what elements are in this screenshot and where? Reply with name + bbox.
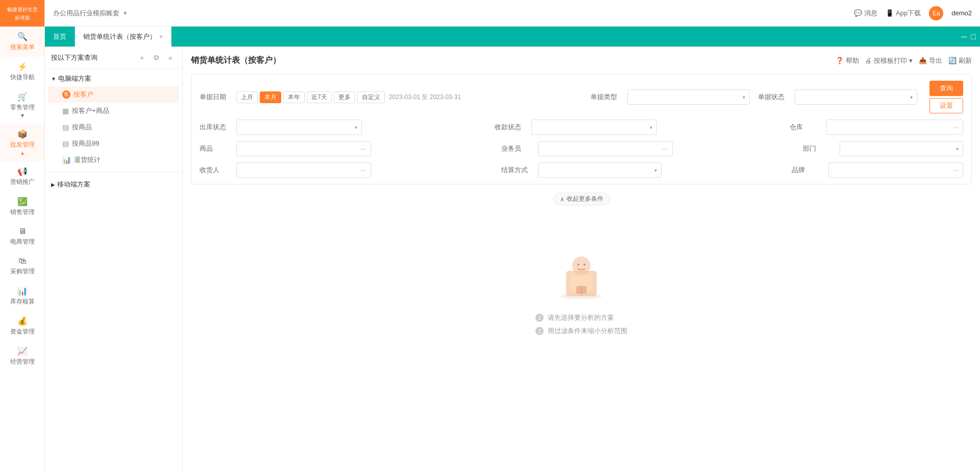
refresh-icon: 🔄 xyxy=(948,57,957,64)
goods-input[interactable]: ··· xyxy=(236,141,371,156)
download-icon: 📱 xyxy=(886,9,894,17)
settlement-label: 结算方式 xyxy=(501,166,530,175)
settings-btn[interactable]: 设置 xyxy=(929,98,963,113)
app-subtitle: 标准版 xyxy=(15,14,30,21)
export-btn[interactable]: 📤 导出 xyxy=(919,56,942,65)
receipt-status-select[interactable]: ▾ xyxy=(531,120,657,135)
sidebar-item-purchase[interactable]: 🛍 采购管理 xyxy=(0,251,44,281)
header-right: 💬 消息 📱 App下载 Ea demo2 xyxy=(854,6,972,20)
tree-parent-desktop[interactable]: ▼ 电脑端方案 xyxy=(45,71,182,86)
left-panel: 按以下方案查询 + ⚙ « ▼ 电脑端方案 客 按客户 ▦ 按客 xyxy=(45,47,183,472)
tree-child-return-stats[interactable]: 📊 退货统计 xyxy=(48,152,179,168)
order-type-arrow: ▾ xyxy=(743,95,745,100)
filter-row-1: 单据日期 上月 本月 本年 近7天 更多 自定义 2023-03-01 至 20… xyxy=(200,81,963,113)
tree-parent-mobile[interactable]: ▶ 移动端方案 xyxy=(45,177,182,192)
salesperson-label: 业务员 xyxy=(501,144,530,153)
by-goods-99-label: 按商品99 xyxy=(72,139,99,148)
sidebar-marketing-label: 营销推广 xyxy=(10,178,35,186)
salesperson-input[interactable]: ··· xyxy=(538,141,673,156)
goods-dots[interactable]: ··· xyxy=(360,145,366,153)
tab-home[interactable]: 首页 xyxy=(45,27,75,47)
sidebar-sales-label: 销售管理 xyxy=(10,208,35,217)
order-status-select[interactable]: ▾ xyxy=(795,89,917,105)
warehouse-input[interactable]: ··· xyxy=(826,120,963,135)
date-btns: 上月 本月 本年 近7天 更多 自定义 2023-03-01 至 2023-03… xyxy=(236,91,461,103)
panel-collapse-btn[interactable]: « xyxy=(165,52,176,63)
tree-child-by-goods-99[interactable]: ▤ 按商品99 xyxy=(48,135,179,152)
wholesale-icon: 📦 xyxy=(17,129,28,139)
top-header: 办公用品行业模拟账套 ▾ 💬 消息 📱 App下载 Ea demo2 xyxy=(45,0,980,27)
sidebar-item-ecommerce[interactable]: 🖥 电商管理 xyxy=(0,222,44,251)
tree-child-by-goods[interactable]: ▤ 按商品 xyxy=(48,119,179,135)
out-status-select[interactable]: ▾ xyxy=(236,120,362,135)
right-content: 销货单统计表（按客户） ❓ 帮助 🖨 按模板打印 ▾ 📤 导出 xyxy=(183,47,980,472)
sidebar-item-sales[interactable]: 💹 销售管理 xyxy=(0,192,44,222)
tab-sales-stats[interactable]: 销货单统计表（按客户） × xyxy=(75,27,172,47)
settlement-select[interactable]: ▾ xyxy=(538,162,662,178)
finance-icon: 💰 xyxy=(17,316,28,326)
date-btn-this-year[interactable]: 本年 xyxy=(283,91,305,103)
sidebar-operation-label: 经营管理 xyxy=(10,358,35,366)
svg-point-6 xyxy=(577,264,579,266)
sidebar-item-inventory[interactable]: 📊 库存核算 xyxy=(0,281,44,311)
sidebar-item-wholesale[interactable]: 📦 批发管理 ▴ xyxy=(0,124,44,161)
sidebar-item-search[interactable]: 🔍 搜索菜单 xyxy=(0,27,44,57)
goods-label: 商品 xyxy=(200,144,228,153)
by-customer-label: 按客户 xyxy=(74,90,93,99)
sidebar-item-retail[interactable]: 🛒 零售管理 ▾ xyxy=(0,87,44,124)
sidebar-item-finance[interactable]: 💰 资金管理 xyxy=(0,311,44,341)
order-status-arrow: ▾ xyxy=(910,95,913,100)
receiver-input[interactable]: ··· xyxy=(236,162,371,178)
user-name: demo2 xyxy=(951,9,972,17)
tree-child-by-customer-goods[interactable]: ▦ 按客户+商品 xyxy=(48,103,179,119)
tree-child-by-customer[interactable]: 客 按客户 xyxy=(48,86,179,103)
tree-divider xyxy=(45,172,182,173)
collapse-btn[interactable]: ∧ 收起更多条件 xyxy=(553,193,610,205)
print-arrow: ▾ xyxy=(909,57,913,64)
filter-area: 单据日期 上月 本月 本年 近7天 更多 自定义 2023-03-01 至 20… xyxy=(191,74,972,184)
page-body: 按以下方案查询 + ⚙ « ▼ 电脑端方案 客 按客户 ▦ 按客 xyxy=(45,47,980,472)
department-label: 部门 xyxy=(803,144,831,153)
order-type-select[interactable]: ▾ xyxy=(627,89,750,105)
date-btn-custom[interactable]: 自定义 xyxy=(357,91,385,103)
sidebar-item-quicknav[interactable]: ⚡ 快捷导航 xyxy=(0,57,44,87)
return-stats-icon: 📊 xyxy=(62,156,71,164)
app-download-btn[interactable]: 📱 App下载 xyxy=(886,9,921,18)
message-icon: 💬 xyxy=(854,9,862,17)
query-btn[interactable]: 查询 xyxy=(929,81,963,96)
receiver-dots[interactable]: ··· xyxy=(360,166,366,174)
date-btn-last-month[interactable]: 上月 xyxy=(236,91,258,103)
message-btn[interactable]: 💬 消息 xyxy=(854,9,877,18)
print-btn[interactable]: 🖨 按模板打印 ▾ xyxy=(865,56,913,65)
sales-icon: 💹 xyxy=(17,197,28,206)
tabs-actions: ─ □ xyxy=(961,32,980,41)
panel-settings-btn[interactable]: ⚙ xyxy=(151,52,162,63)
salesperson-dots[interactable]: ··· xyxy=(662,145,668,153)
sidebar-item-operation[interactable]: 📈 经营管理 xyxy=(0,341,44,371)
brand-input[interactable]: ··· xyxy=(828,162,963,178)
date-range-text: 2023-03-01 至 2023-03-31 xyxy=(389,93,461,102)
operation-icon: 📈 xyxy=(17,346,28,356)
sidebar-retail-label: 零售管理 xyxy=(10,103,35,112)
tab-minimize-btn[interactable]: ─ xyxy=(961,32,967,41)
collapse-up-icon: ∧ xyxy=(560,196,565,203)
customer-goods-icon: ▦ xyxy=(62,107,69,115)
wholesale-arrow: ▴ xyxy=(21,149,24,156)
tab-maximize-btn[interactable]: □ xyxy=(971,32,976,41)
tab-close-btn[interactable]: × xyxy=(159,33,163,40)
brand-dots[interactable]: ··· xyxy=(952,166,959,174)
help-btn[interactable]: ❓ 帮助 xyxy=(836,56,859,65)
receipt-status-arrow: ▾ xyxy=(650,125,652,130)
sidebar-item-marketing[interactable]: 📢 营销推广 xyxy=(0,161,44,192)
panel-add-btn[interactable]: + xyxy=(136,52,148,63)
svg-point-5 xyxy=(572,256,591,275)
date-btn-this-month[interactable]: 本月 xyxy=(260,91,281,103)
date-btn-last-7[interactable]: 近7天 xyxy=(307,91,332,103)
warehouse-dots[interactable]: ··· xyxy=(952,123,959,131)
title-actions: ❓ 帮助 🖨 按模板打印 ▾ 📤 导出 🔄 刷新 xyxy=(836,56,972,65)
empty-state: 1 请先选择要分析的方案 2 用过滤条件来缩小分析范围 xyxy=(191,209,972,381)
date-btn-more[interactable]: 更多 xyxy=(334,91,355,103)
department-arrow: ▾ xyxy=(956,146,959,152)
refresh-btn[interactable]: 🔄 刷新 xyxy=(948,56,972,65)
department-select[interactable]: ▾ xyxy=(840,141,963,156)
